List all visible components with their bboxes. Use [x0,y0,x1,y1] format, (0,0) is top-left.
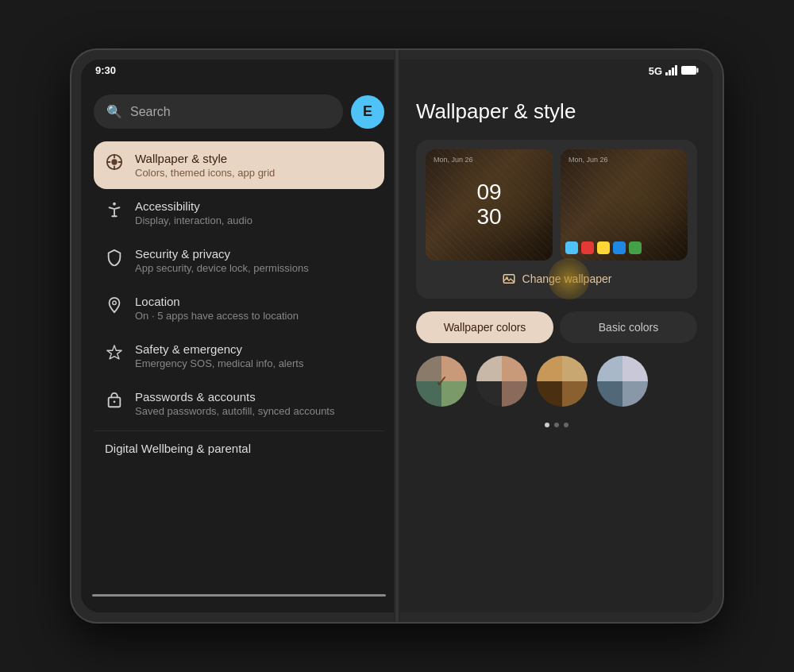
passwords-text: Passwords & accounts Saved passwords, au… [135,390,334,417]
settings-item-wallpaper[interactable]: Wallpaper & style Colors, themed icons, … [94,141,384,189]
dot-1 [545,423,549,427]
search-row: 🔍 Search E [94,95,384,129]
search-placeholder: Search [130,105,171,119]
settings-item-location[interactable]: Location On · 5 apps have access to loca… [94,284,384,332]
swatch-check-1: ✓ [416,356,467,407]
svg-rect-2 [672,68,674,75]
battery-icon [681,65,699,78]
home-icon-1 [565,241,578,254]
color-tabs: Wallpaper colors Basic colors [416,311,697,343]
wallpaper-preview-container: Mon, Jun 26 09 30 Mon, Jun [416,140,697,299]
digital-wellbeing-title: Digital Wellbeing & parental [105,442,251,455]
dots-indicator [416,423,697,427]
settings-item-accessibility[interactable]: Accessibility Display, interaction, audi… [94,189,384,237]
user-avatar[interactable]: E [351,95,384,129]
lock-date: Mon, Jun 26 [434,156,473,164]
svg-rect-5 [697,68,699,72]
status-bar-left: 9:30 [95,64,116,76]
location-icon [105,296,124,318]
home-icon-4 [613,241,626,254]
passwords-subtitle: Saved passwords, autofill, synced accoun… [135,405,334,417]
safety-subtitle: Emergency SOS, medical info, alerts [135,357,303,369]
scroll-indicator [92,594,386,597]
wallpaper-title: Wallpaper & style [135,152,275,165]
settings-item-digital-wellbeing[interactable]: Digital Wellbeing & parental [94,431,384,456]
device-screen: 9:30 5G [81,60,713,612]
change-wallpaper-button[interactable]: Change wallpaper [426,268,688,289]
svg-rect-3 [675,65,677,75]
settings-item-security[interactable]: Security & privacy App security, device … [94,237,384,284]
swatch-3[interactable] [537,356,588,407]
svg-point-11 [114,400,116,403]
svg-rect-0 [665,72,668,75]
svg-rect-1 [669,70,671,75]
svg-point-8 [113,203,116,206]
swatch-4[interactable] [597,356,648,407]
lock-screen-bg: Mon, Jun 26 09 30 [426,149,553,261]
accessibility-icon [105,201,124,222]
safety-icon [105,344,124,365]
device-frame: 9:30 5G [71,50,723,622]
security-title: Security & privacy [135,247,309,261]
passwords-title: Passwords & accounts [135,390,334,404]
settings-item-safety[interactable]: Safety & emergency Emergency SOS, medica… [94,332,384,380]
network-type: 5G [649,65,662,77]
time-display: 9:30 [95,64,116,76]
home-icons-row [561,241,688,254]
safety-text: Safety & emergency Emergency SOS, medica… [135,342,303,369]
lock-screen-thumb[interactable]: Mon, Jun 26 09 30 [426,149,553,261]
home-icon-2 [581,241,594,254]
passwords-icon [105,392,124,413]
search-bar[interactable]: 🔍 Search [94,95,343,129]
location-text: Location On · 5 apps have access to loca… [135,295,299,322]
tab-basic-colors[interactable]: Basic colors [560,311,697,343]
home-icon-3 [597,241,610,254]
svg-rect-4 [681,66,696,75]
svg-rect-12 [503,275,515,284]
dot-2 [554,423,559,427]
fold-hinge [394,60,400,612]
home-icon-5 [629,241,642,254]
security-icon [105,249,124,270]
swatch-1[interactable]: ✓ [416,356,467,407]
security-subtitle: App security, device lock, permissions [135,262,309,274]
swatch-2[interactable] [476,356,527,407]
wallpaper-text: Wallpaper & style Colors, themed icons, … [135,152,275,179]
accessibility-text: Accessibility Display, interaction, audi… [135,199,252,226]
change-wallpaper-label: Change wallpaper [522,272,612,285]
panel-title: Wallpaper & style [416,99,697,124]
svg-point-9 [113,301,117,305]
security-text: Security & privacy App security, device … [135,247,309,274]
lock-time: 09 30 [476,180,501,230]
home-screen-bg: Mon, Jun 26 [561,149,688,261]
tab-wallpaper-colors[interactable]: Wallpaper colors [416,311,553,343]
right-panel: Wallpaper & style Mon, Jun 26 09 30 [397,60,713,612]
wallpaper-previews: Mon, Jun 26 09 30 Mon, Jun [426,149,688,261]
signal-icon [665,64,678,78]
change-wallpaper-icon [502,272,516,286]
wallpaper-icon [105,153,124,175]
safety-title: Safety & emergency [135,342,303,356]
wallpaper-subtitle: Colors, themed icons, app grid [135,167,275,179]
left-panel: 🔍 Search E [81,60,397,612]
location-title: Location [135,295,299,308]
status-bar-right: 5G [649,64,699,78]
location-subtitle: On · 5 apps have access to location [135,310,299,322]
home-screen-thumb[interactable]: Mon, Jun 26 [561,149,688,261]
accessibility-title: Accessibility [135,199,252,213]
search-icon: 🔍 [106,104,122,119]
svg-point-7 [111,159,117,164]
color-swatches: ✓ [416,356,697,407]
home-date: Mon, Jun 26 [569,156,608,164]
settings-item-passwords[interactable]: Passwords & accounts Saved passwords, au… [94,380,384,427]
accessibility-subtitle: Display, interaction, audio [135,214,252,226]
screen-content: 🔍 Search E [81,60,713,612]
dot-3 [564,423,569,427]
